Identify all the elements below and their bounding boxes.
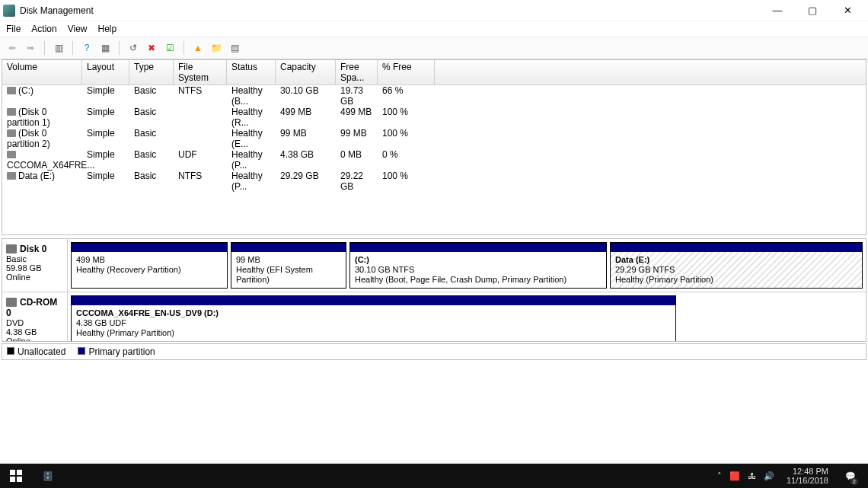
legend: Unallocated Primary partition — [2, 343, 866, 360]
start-button[interactable] — [0, 464, 32, 488]
menu-help[interactable]: Help — [98, 24, 117, 34]
clock-date: 11/16/2018 — [787, 476, 828, 485]
partition[interactable]: Data (E:)29.29 GB NTFSHealthy (Primary P… — [610, 242, 863, 289]
col-free[interactable]: Free Spa... — [336, 60, 378, 85]
taskbar: 🗄️ ˄ 🟥 🖧 🔊 12:48 PM 11/16/2018 💬2 — [0, 464, 868, 488]
partition[interactable]: 499 MBHealthy (Recovery Partition) — [71, 242, 228, 289]
tray-up-icon[interactable]: ˄ — [717, 471, 722, 481]
col-layout[interactable]: Layout — [82, 60, 129, 85]
disk-row: Disk 0Basic59.98 GBOnline499 MBHealthy (… — [2, 239, 866, 292]
show-hide-tree-button[interactable]: ▥ — [51, 40, 66, 56]
titlebar: Disk Management — ▢ ✕ — [0, 0, 868, 21]
menu-view[interactable]: View — [68, 24, 88, 34]
forward-button[interactable]: ➡ — [23, 40, 38, 56]
refresh-button[interactable]: ↺ — [126, 40, 141, 56]
svg-rect-0 — [10, 470, 15, 475]
menu-file[interactable]: File — [6, 24, 21, 34]
partition[interactable]: CCCOMA_X64FRE_EN-US_DV9 (D:)4.38 GB UDFH… — [71, 295, 676, 342]
disk-info[interactable]: CD-ROM 0DVD4.38 GBOnline — [2, 292, 68, 342]
table-row[interactable]: (Disk 0 partition 1)SimpleBasicHealthy (… — [2, 107, 866, 128]
volume-list: Volume Layout Type File System Status Ca… — [2, 59, 866, 235]
properties-button[interactable]: ▦ — [97, 40, 113, 56]
toolbar: ⬅ ➡ ▥ ? ▦ ↺ ✖ ☑ ▲ 📁 ▤ — [0, 37, 868, 59]
tray-volume-icon[interactable]: 🔊 — [764, 471, 774, 481]
list-button[interactable]: ▤ — [227, 40, 242, 56]
clock[interactable]: 12:48 PM 11/16/2018 — [782, 467, 833, 485]
volume-rows: (C:)SimpleBasicNTFSHealthy (B...30.10 GB… — [2, 85, 866, 234]
table-row[interactable]: (Disk 0 partition 2)SimpleBasicHealthy (… — [2, 128, 866, 149]
svg-rect-2 — [10, 477, 15, 482]
col-volume[interactable]: Volume — [2, 60, 82, 85]
minimize-button[interactable]: — — [760, 0, 795, 21]
svg-rect-1 — [17, 470, 22, 475]
col-capacity[interactable]: Capacity — [276, 60, 336, 85]
tray-unknown-icon[interactable]: 🟥 — [729, 471, 740, 481]
col-fs[interactable]: File System — [174, 60, 227, 85]
menu-action[interactable]: Action — [31, 24, 56, 34]
action-center-button[interactable]: 💬2 — [841, 464, 860, 488]
folder-button[interactable]: 📁 — [209, 40, 224, 56]
partition[interactable]: 99 MBHealthy (EFI System Partition) — [231, 242, 346, 289]
notification-badge: 2 — [850, 478, 858, 485]
taskbar-app-icon[interactable]: 🗄️ — [32, 464, 64, 488]
help-button[interactable]: ? — [79, 40, 94, 56]
disk-row: CD-ROM 0DVD4.38 GBOnlineCCCOMA_X64FRE_EN… — [2, 292, 866, 342]
legend-unallocated: Unallocated — [7, 346, 65, 357]
check-button[interactable]: ☑ — [162, 40, 177, 56]
system-tray: ˄ 🟥 🖧 🔊 12:48 PM 11/16/2018 💬2 — [710, 464, 868, 488]
app-icon — [3, 5, 15, 17]
col-status[interactable]: Status — [227, 60, 276, 85]
disk-info[interactable]: Disk 0Basic59.98 GBOnline — [2, 239, 68, 292]
col-type[interactable]: Type — [129, 60, 174, 85]
window-title: Disk Management — [20, 5, 760, 16]
col-pfree[interactable]: % Free — [378, 60, 435, 85]
volume-header-row: Volume Layout Type File System Status Ca… — [2, 60, 866, 85]
delete-button[interactable]: ✖ — [144, 40, 159, 56]
disk-pane: Disk 0Basic59.98 GBOnline499 MBHealthy (… — [2, 238, 866, 342]
menubar: File Action View Help — [0, 21, 868, 37]
partition-strip: CCCOMA_X64FRE_EN-US_DV9 (D:)4.38 GB UDFH… — [68, 292, 866, 342]
tray-network-icon[interactable]: 🖧 — [748, 471, 756, 480]
legend-primary: Primary partition — [78, 346, 155, 357]
table-row[interactable]: (C:)SimpleBasicNTFSHealthy (B...30.10 GB… — [2, 85, 866, 107]
table-row[interactable]: CCCOMA_X64FRE...SimpleBasicUDFHealthy (P… — [2, 149, 866, 171]
back-button[interactable]: ⬅ — [5, 40, 20, 56]
window-buttons: — ▢ ✕ — [760, 0, 865, 21]
clock-time: 12:48 PM — [787, 467, 828, 476]
close-button[interactable]: ✕ — [830, 0, 865, 21]
partition[interactable]: (C:)30.10 GB NTFSHealthy (Boot, Page Fil… — [349, 242, 607, 289]
maximize-button[interactable]: ▢ — [795, 0, 830, 21]
new-button[interactable]: ▲ — [190, 40, 206, 56]
table-row[interactable]: Data (E:)SimpleBasicNTFSHealthy (P...29.… — [2, 171, 866, 192]
partition-strip: 499 MBHealthy (Recovery Partition)99 MBH… — [68, 239, 866, 292]
svg-rect-3 — [17, 477, 22, 482]
